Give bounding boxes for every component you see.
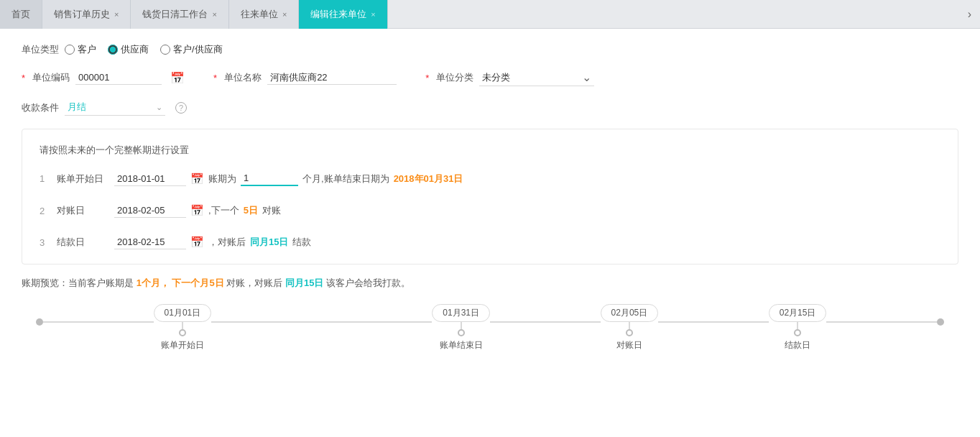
tab-cash-reconcile[interactable]: 钱货日清工作台 ×	[131, 0, 228, 29]
tab-bar: 首页 销售订单历史 × 钱货日清工作台 × 往来单位 × 编辑往来单位 × ›	[0, 0, 980, 29]
timeline-line-left	[43, 321, 154, 323]
unit-category-label: 单位分类	[436, 71, 473, 84]
radio-both-label: 客户/供应商	[173, 43, 223, 56]
timeline-right-end	[937, 304, 944, 326]
payment-date-calendar-icon[interactable]: 📅	[190, 236, 204, 249]
payment-terms-row: 收款条件 月结 ⌄ ?	[22, 99, 958, 116]
timeline-dot-4	[794, 329, 801, 336]
preview-section: 账期预览：当前客户账期是 1个月， 下一个月5日 对账，对账后 同月15日 该客…	[22, 276, 958, 291]
timeline-connector-4	[797, 322, 798, 329]
tab-more-button[interactable]: ›	[959, 8, 980, 21]
start-date-calendar-icon[interactable]: 📅	[190, 172, 204, 185]
payment-day: 同月15日	[250, 236, 288, 249]
timeline-node-1: 01月01日 账单开始日	[154, 304, 212, 351]
timeline-connector-1	[182, 322, 183, 329]
preview-part2: 下一个月5日	[172, 277, 223, 288]
radio-both-input[interactable]	[160, 45, 170, 55]
reconcile-date-calendar-icon[interactable]: 📅	[190, 204, 204, 217]
setting-label-3: 结款日	[57, 236, 114, 249]
radio-both[interactable]: 客户/供应商	[160, 43, 223, 56]
tab-edit-partner[interactable]: 编辑往来单位 ×	[299, 0, 387, 29]
setting-label-1: 账单开始日	[57, 172, 114, 185]
timeline-badge-3: 02月05日	[601, 304, 659, 322]
payment-date-input[interactable]	[114, 235, 186, 249]
timeline-line-right	[826, 321, 937, 323]
reconcile-day: 5日	[244, 204, 258, 217]
unit-name-group: * 单位名称	[213, 70, 397, 85]
timeline-line-3	[490, 321, 601, 323]
tab-cash-reconcile-label: 钱货日清工作台	[142, 8, 208, 21]
tab-edit-partner-close[interactable]: ×	[371, 10, 375, 19]
timeline-dot-1	[179, 329, 186, 336]
tab-partner-unit-label: 往来单位	[241, 8, 278, 21]
timeline-left-dot	[36, 318, 43, 326]
radio-group: 客户 供应商 客户/供应商	[65, 43, 223, 56]
tab-home[interactable]: 首页	[0, 0, 42, 29]
unit-code-label: 单位编码	[32, 71, 70, 84]
timeline-line-4	[658, 321, 769, 323]
preview-part1: 1个月，	[137, 277, 170, 288]
timeline-spacer-4	[658, 304, 769, 326]
unit-code-star: *	[22, 73, 25, 83]
payment-terms-label: 收款条件	[22, 101, 59, 114]
tab-partner-unit[interactable]: 往来单位 ×	[229, 0, 299, 29]
timeline-spacer-2	[211, 304, 432, 326]
timeline-label-2: 账单结束日	[440, 339, 483, 351]
timeline-node-2: 01月31日 账单结束日	[432, 304, 490, 351]
setting-num-3: 3	[40, 237, 57, 248]
bill-end-date: 2018年01月31日	[394, 172, 463, 185]
radio-customer-input[interactable]	[65, 45, 75, 55]
unit-category-dropdown[interactable]: 未分类 ⌄	[479, 69, 594, 86]
timeline-label-3: 对账日	[616, 339, 642, 351]
timeline-section: 01月01日 账单开始日 01月31日 账单结束日	[22, 304, 958, 351]
start-date-input[interactable]	[114, 172, 186, 186]
tab-sales-history-close[interactable]: ×	[114, 10, 119, 19]
period-label: 账期为	[208, 172, 236, 185]
payment-terms-dropdown[interactable]: 月结 ⌄	[65, 99, 165, 116]
radio-supplier[interactable]: 供应商	[108, 43, 149, 56]
radio-customer-label: 客户	[78, 43, 96, 56]
timeline-node-3: 02月05日 对账日	[601, 304, 659, 351]
period-months-input[interactable]	[241, 171, 298, 186]
unit-info-row: * 单位编码 📅 * 单位名称 * 单位分类 未分类 ⌄	[22, 69, 958, 86]
setting-value-3: 📅 ，对账后 同月15日 结款	[114, 235, 311, 249]
unit-category-group: * 单位分类 未分类 ⌄	[425, 69, 594, 86]
timeline-spacer-left	[43, 304, 154, 326]
preview-part5: 该客户会给我打款。	[326, 277, 410, 288]
timeline-left-end	[36, 304, 43, 326]
unit-category-star: *	[425, 73, 429, 83]
unit-code-icon[interactable]: 📅	[170, 71, 185, 85]
setting-label-2: 对账日	[57, 204, 114, 217]
setting-value-1: 📅 账期为 个月,账单结束日期为 2018年01月31日	[114, 171, 463, 186]
radio-supplier-input[interactable]	[108, 45, 118, 55]
reconcile-suffix: 对账	[262, 204, 281, 217]
timeline-label-1: 账单开始日	[161, 339, 204, 351]
timeline-container: 01月01日 账单开始日 01月31日 账单结束日	[36, 304, 944, 351]
tab-partner-unit-close[interactable]: ×	[282, 10, 287, 19]
period-suffix: 个月,账单结束日期为	[302, 172, 389, 185]
section-instruction: 请按照未来的一个完整帐期进行设置	[40, 144, 940, 157]
tab-sales-history-label: 销售订单历史	[54, 8, 110, 21]
help-icon[interactable]: ?	[175, 102, 187, 114]
preview-part3: 对账，对账后	[226, 277, 282, 288]
reconcile-date-input[interactable]	[114, 203, 186, 218]
timeline-badge-1: 01月01日	[154, 304, 212, 322]
unit-category-value: 未分类	[482, 71, 510, 84]
tab-sales-history[interactable]: 销售订单历史 ×	[42, 0, 131, 29]
payment-prefix: ，对账后	[208, 236, 246, 249]
unit-type-label: 单位类型	[22, 43, 59, 56]
tab-cash-reconcile-close[interactable]: ×	[212, 10, 216, 19]
timeline-badge-2: 01月31日	[432, 304, 490, 322]
unit-name-input[interactable]	[267, 70, 397, 85]
period-settings-section: 请按照未来的一个完整帐期进行设置 1 账单开始日 📅 账期为 个月,账单结束日期…	[22, 129, 958, 264]
setting-row-1: 1 账单开始日 📅 账期为 个月,账单结束日期为 2018年01月31日	[40, 171, 940, 186]
radio-customer[interactable]: 客户	[65, 43, 96, 56]
payment-terms-value: 月结	[68, 101, 86, 114]
unit-code-input[interactable]	[75, 70, 162, 85]
timeline-spacer-right	[826, 304, 937, 326]
radio-supplier-label: 供应商	[121, 43, 149, 56]
unit-code-group: * 单位编码 📅	[22, 70, 185, 85]
preview-label: 账期预览：当前客户账期是	[22, 277, 134, 288]
timeline-badge-4: 02月15日	[769, 304, 827, 322]
timeline-connector-2	[461, 322, 462, 329]
